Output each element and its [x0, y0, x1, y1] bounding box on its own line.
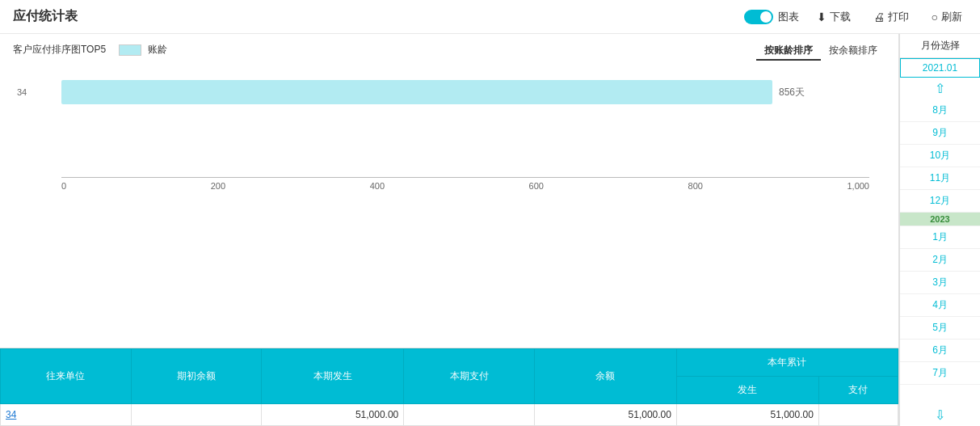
header-actions: 图表 ⬇ 下载 🖨 打印 ○ 刷新 — [744, 8, 967, 26]
header: 应付统计表 图表 ⬇ 下载 🖨 打印 ○ 刷新 — [0, 0, 980, 34]
sort-by-age-button[interactable]: 按账龄排序 — [756, 42, 821, 61]
chart-sort-buttons: 按账龄排序 按余额排序 — [756, 42, 885, 61]
download-label: 下载 — [830, 10, 851, 24]
right-sidebar: 月份选择 ⇧ 8月9月10月11月12月20231月2月3月4月5月6月7月 ⇩ — [899, 34, 980, 426]
print-icon: 🖨 — [873, 11, 885, 23]
bar-row: 34 856天 — [61, 72, 869, 112]
x-tick-0: 0 — [61, 181, 66, 191]
sidebar-year-input[interactable] — [900, 58, 980, 78]
sidebar-month-item[interactable]: 4月 — [900, 294, 980, 317]
print-button[interactable]: 🖨 打印 — [869, 8, 914, 26]
x-tick-800: 800 — [688, 181, 703, 191]
bar-chart: 34 856天 0 200 400 600 800 1,000 — [61, 72, 869, 191]
sidebar-month-item[interactable]: 7月 — [900, 362, 980, 385]
x-tick-600: 600 — [529, 181, 544, 191]
sidebar-month-item[interactable]: 8月 — [900, 99, 980, 122]
bar-end-label: 856天 — [779, 86, 805, 99]
legend-box-label: 账龄 — [148, 43, 167, 57]
page-title: 应付统计表 — [13, 8, 744, 25]
scroll-down-button[interactable]: ⇩ — [900, 404, 980, 426]
chart-toggle-group: 图表 — [744, 10, 799, 24]
cell-current-pay — [404, 404, 535, 426]
chart-legend: 客户应付排序图TOP5 账龄 — [13, 43, 167, 57]
sidebar-year-marker[interactable]: 2023 — [900, 213, 980, 226]
cell-balance: 51,000.00 — [534, 404, 676, 426]
print-label: 打印 — [888, 10, 909, 24]
chart-table-area: 客户应付排序图TOP5 账龄 按账龄排序 按余额排序 34 8 — [0, 34, 898, 426]
col-current-pay: 本期支付 — [404, 349, 535, 404]
download-button[interactable]: ⬇ 下载 — [812, 8, 856, 26]
table-row: 34 51,000.00 51,000.00 51,000.00 — [1, 404, 898, 426]
sidebar-header-label: 月份选择 — [900, 34, 980, 58]
sidebar-month-item[interactable]: 5月 — [900, 317, 980, 340]
sidebar-month-item[interactable]: 11月 — [900, 167, 980, 190]
sidebar-month-item[interactable]: 2月 — [900, 249, 980, 272]
col-ytd: 本年累计 — [676, 349, 898, 377]
bar-y-label: 34 — [17, 87, 27, 97]
sidebar-month-item[interactable]: 1月 — [900, 226, 980, 249]
col-ytd-occur: 发生 — [676, 377, 818, 404]
scroll-up-button[interactable]: ⇧ — [900, 78, 980, 99]
x-axis-ticks: 0 200 400 600 800 1,000 — [61, 178, 869, 191]
chart-legend-text: 客户应付排序图TOP5 — [13, 43, 106, 57]
x-tick-400: 400 — [370, 181, 385, 191]
chart-section: 客户应付排序图TOP5 账龄 按账龄排序 按余额排序 34 8 — [0, 34, 898, 348]
sidebar-month-item[interactable]: 12月 — [900, 190, 980, 213]
col-current-occur: 本期发生 — [262, 349, 404, 404]
col-opening: 期初余额 — [131, 349, 262, 404]
col-vendor: 往来单位 — [1, 349, 132, 404]
sidebar-month-item[interactable]: 9月 — [900, 122, 980, 145]
x-tick-1000: 1,000 — [847, 181, 869, 191]
cell-vendor: 34 — [1, 404, 132, 426]
bar-fill — [61, 80, 772, 104]
chart-header: 客户应付排序图TOP5 账龄 按账龄排序 按余额排序 — [13, 42, 885, 64]
main-content: 客户应付排序图TOP5 账龄 按账龄排序 按余额排序 34 8 — [0, 34, 980, 426]
vendor-link[interactable]: 34 — [6, 409, 16, 420]
refresh-icon: ○ — [932, 11, 938, 23]
sidebar-month-item[interactable]: 6月 — [900, 340, 980, 362]
cell-current-occur: 51,000.00 — [262, 404, 404, 426]
chart-toggle-label: 图表 — [778, 10, 799, 24]
cell-ytd-occur: 51,000.00 — [676, 404, 818, 426]
month-list: 8月9月10月11月12月20231月2月3月4月5月6月7月 — [900, 99, 980, 404]
legend-box — [119, 44, 141, 56]
col-balance: 余额 — [534, 349, 676, 404]
table-section: 往来单位 期初余额 本期发生 本期支付 余额 本年累计 发生 支付 — [0, 348, 898, 426]
download-icon: ⬇ — [817, 11, 826, 23]
sort-by-balance-button[interactable]: 按余额排序 — [821, 42, 885, 61]
sidebar-month-item[interactable]: 10月 — [900, 145, 980, 167]
cell-ytd-pay — [818, 404, 898, 426]
summary-table: 往来单位 期初余额 本期发生 本期支付 余额 本年累计 发生 支付 — [0, 348, 898, 426]
refresh-label: 刷新 — [941, 10, 962, 24]
col-ytd-pay: 支付 — [818, 377, 898, 404]
chart-toggle-switch[interactable] — [744, 10, 773, 24]
cell-opening — [131, 404, 262, 426]
refresh-button[interactable]: ○ 刷新 — [927, 8, 967, 26]
sidebar-month-item[interactable]: 3月 — [900, 272, 980, 294]
x-tick-200: 200 — [211, 181, 225, 191]
app-container: 应付统计表 图表 ⬇ 下载 🖨 打印 ○ 刷新 — [0, 0, 980, 426]
